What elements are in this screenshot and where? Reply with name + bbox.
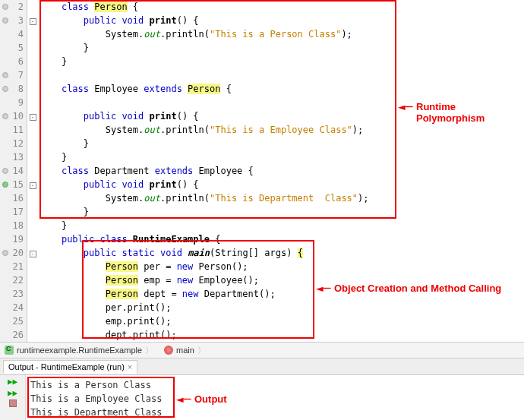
code-line[interactable]: Person per = new Person(); (39, 260, 524, 273)
method-icon (164, 346, 173, 355)
run-icon[interactable]: ▶▶ (8, 377, 17, 387)
arrow-icon: ◄─ (176, 392, 191, 406)
code-line[interactable]: public void print() { (39, 14, 524, 27)
annotation-output: Output (194, 393, 227, 405)
breadcrumb-class[interactable]: runtimeexample.RuntimeExample 〉 (5, 345, 164, 356)
code-line[interactable]: System.out.println("This is Department C… (39, 191, 524, 205)
fold-toggle[interactable]: - (30, 18, 36, 25)
output-panel: ▶▶ ▶▶ This is a Person Class This is a E… (0, 375, 524, 420)
code-line[interactable]: class Department extends Employee { (39, 164, 524, 178)
close-icon[interactable]: × (128, 362, 132, 371)
marker-gutter (0, 0, 11, 342)
output-line: This is Department Class (30, 406, 250, 419)
fold-toggle[interactable]: - (30, 182, 36, 189)
code-line[interactable]: } (39, 137, 524, 150)
code-line[interactable]: public static void main(String[] args) { (39, 246, 524, 260)
code-line[interactable]: } (39, 219, 524, 232)
code-line[interactable]: public class RuntimeExample { (39, 232, 524, 246)
code-line[interactable]: per.print(); (39, 301, 524, 314)
code-line[interactable]: } (39, 41, 524, 55)
arrow-icon: ◄─ (398, 99, 412, 114)
code-line[interactable]: System.out.println("This is a Person Cla… (39, 27, 524, 41)
code-line[interactable]: public void print() { (39, 178, 524, 191)
code-editor[interactable]: 2345678910111213141516171819202122232425… (0, 0, 524, 342)
output-tab-bar: Output - RuntimeExample (run) × (0, 358, 524, 375)
code-line[interactable]: emp.print(); (39, 314, 524, 328)
breadcrumb-method-label: main (176, 346, 194, 355)
annotation-object-creation: Object Creation and Method Calling (334, 283, 501, 294)
output-line: This is a Person Class (30, 378, 250, 392)
chevron-right-icon: 〉 (197, 345, 206, 356)
breadcrumb-method[interactable]: main 〉 (164, 345, 216, 356)
code-line[interactable] (39, 68, 524, 82)
output-tab[interactable]: Output - RuntimeExample (run) × (3, 360, 137, 374)
output-toolbar: ▶▶ ▶▶ (0, 375, 26, 420)
chevron-right-icon: 〉 (145, 345, 153, 356)
code-line[interactable]: class Employee extends Person { (39, 82, 524, 96)
fold-toggle[interactable]: - (30, 251, 36, 257)
breadcrumb: runtimeexample.RuntimeExample 〉 main 〉 (0, 342, 524, 358)
code-line[interactable]: } (39, 150, 524, 164)
class-icon (5, 346, 14, 355)
code-line[interactable]: class Person { (39, 0, 524, 14)
arrow-icon: ◄─ (316, 281, 330, 295)
annotation-runtime-polymorphism: Runtime Polymorphism (416, 101, 524, 124)
code-line[interactable]: } (39, 205, 524, 219)
breadcrumb-class-label: runtimeexample.RuntimeExample (17, 346, 142, 355)
rerun-icon[interactable]: ▶▶ (8, 388, 17, 398)
code-line[interactable]: } (39, 55, 524, 68)
fold-toggle[interactable]: - (30, 114, 36, 121)
fold-gutter: ---- (27, 0, 38, 342)
code-line[interactable]: dept.print(); (39, 328, 524, 342)
code-line[interactable]: System.out.println("This is a Employee C… (39, 123, 524, 137)
line-number-gutter: 2345678910111213141516171819202122232425… (11, 0, 27, 342)
stop-icon[interactable] (9, 399, 17, 407)
output-tab-label: Output - RuntimeExample (run) (8, 362, 125, 371)
